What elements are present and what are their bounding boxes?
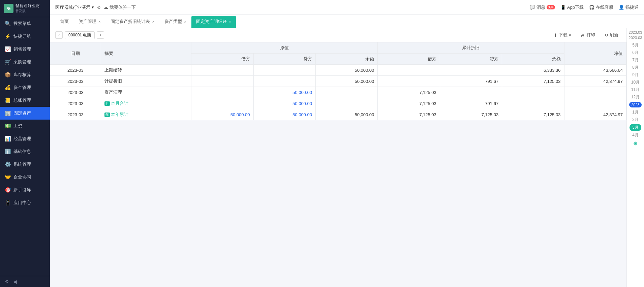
sidebar-item-fixed-assets[interactable]: 🏢 固定资产 [0,107,50,120]
enterprise-icon: 🤝 [5,174,11,180]
sidebar-logo: 畅 畅捷通好业财 普及版 [0,0,50,17]
logo-icon: 畅 [4,4,13,13]
row-orig-balance-0: 50,000.00 [315,65,377,76]
app-download-icon: 📱 [560,5,566,10]
timeline-month-6[interactable]: 6月 [632,49,639,56]
row-dep-balance-2 [502,87,564,98]
tab-asset-detail[interactable]: 固定资产明细账 × [191,16,236,28]
tab-asset-detail-close[interactable]: × [229,20,231,24]
timeline-year-2023[interactable]: 2023 [629,102,641,107]
tab-asset-type[interactable]: 资产类型 × [160,16,191,28]
row-desc-cell-1: 计提折旧 [101,76,191,87]
print-btn[interactable]: 🖨 打印 [578,31,598,39]
timeline-month-11[interactable]: 11月 [631,86,640,93]
sidebar-item-purchase[interactable]: 🛒 采购管理 [0,56,50,68]
row-orig-debit-3 [191,98,253,109]
row-net-value-2 [564,87,626,98]
tab-home[interactable]: 首页 [55,16,73,28]
next-asset-btn[interactable]: › [97,31,104,39]
sidebar-menu: 🔍 搜索菜单 ⚡ 快捷导航 📈 销售管理 🛒 采购管理 📦 库存核算 💰 资金管… [0,17,50,276]
toolbar-actions: ⬇ 下载 ▾ 🖨 打印 ↻ 刷新 [551,31,621,39]
topbar-settings-icon[interactable]: ⚙ [97,5,101,10]
user-icon: 👤 [619,5,624,10]
row-desc-cell-0: 上期结转 [101,65,191,76]
settings-icon[interactable]: ⚙ [5,279,9,284]
tab-asset-mgmt-close[interactable]: × [98,20,100,24]
month-total-icon: 月 [104,101,110,106]
sidebar-item-label-purchase: 采购管理 [13,59,31,65]
sidebar-item-operations[interactable]: 📊 经营管理 [0,132,50,145]
sidebar-item-ledger[interactable]: 📒 总账管理 [0,94,50,107]
finance-icon: 💰 [5,85,11,91]
online-service-icon: 🎧 [589,5,594,10]
timeline-month-5[interactable]: 5月 [632,42,639,49]
row-orig-balance-3 [315,98,377,109]
timeline-month-3-active[interactable]: 3月 [630,124,641,131]
experience-btn[interactable]: ☁ 我要体验一下 [104,4,136,10]
sidebar-item-basic-info[interactable]: ℹ️ 基础信息 [0,145,50,158]
sidebar-item-guide[interactable]: 🎯 新手引导 [0,184,50,196]
tab-depreciation-stat[interactable]: 固定资产折旧统计表 × [106,16,159,28]
sidebar-item-sales[interactable]: 📈 销售管理 [0,43,50,56]
sidebar-item-payroll[interactable]: 💵 工资 [0,120,50,132]
timeline-month-4[interactable]: 4月 [632,132,639,139]
company-selector[interactable]: 医疗器械行业演示 ▾ [55,4,94,10]
row-desc-cell-2: 资产清理 [101,87,191,98]
tab-asset-mgmt[interactable]: 资产管理 × [74,16,105,28]
sidebar-item-inventory[interactable]: 📦 库存核算 [0,68,50,81]
app-download-btn[interactable]: 📱 App下载 [560,4,584,10]
user-btn[interactable]: 👤 畅捷通 [619,4,639,10]
online-service-btn[interactable]: 🎧 在线客服 [589,4,613,10]
row-dep-balance-3 [502,98,564,109]
collapse-icon[interactable]: ◀ [13,279,17,284]
th-desc: 摘要 [101,42,191,65]
timeline-month-9[interactable]: 9月 [632,71,639,78]
tab-asset-type-close[interactable]: × [184,20,186,24]
timeline-month-1[interactable]: 1月 [632,109,639,116]
row-dep-balance-1: 7,125.03 [502,76,564,87]
timeline-month-12[interactable]: 12月 [631,94,640,101]
tab-depreciation-stat-label: 固定资产折旧统计表 [111,19,150,25]
tab-asset-mgmt-label: 资产管理 [79,19,96,25]
content-toolbar: ‹ 000001 电脑 › ⬇ 下载 ▾ 🖨 打印 ↻ [50,28,626,42]
row-desc-1: 计提折旧 [104,78,122,84]
row-desc-4: 本年累计 [111,112,128,117]
company-dropdown-icon[interactable]: ▾ [92,5,94,10]
refresh-btn[interactable]: ↻ 刷新 [602,31,621,39]
timeline-header-1: 2023.03 [629,30,642,35]
tab-asset-type-label: 资产类型 [164,19,182,25]
row-net-value-1: 42,874.97 [564,76,626,87]
table-row: 2023-03 资产清理 50,000.00 7,125.03 [50,87,626,98]
content-main: ‹ 000001 电脑 › ⬇ 下载 ▾ 🖨 打印 ↻ [50,28,626,287]
tab-depreciation-stat-close[interactable]: × [152,20,154,24]
row-date-3: 2023-03 [50,98,101,109]
sidebar-item-finance[interactable]: 💰 资金管理 [0,81,50,94]
timeline-month-10[interactable]: 10月 [631,79,640,86]
sidebar-item-label-inventory: 库存核算 [13,72,31,78]
sidebar-item-system[interactable]: ⚙️ 系统管理 [0,158,50,171]
logo-title: 畅捷通好业财 [16,3,40,9]
row-date-4: 2023-03 [50,109,101,120]
sidebar-item-quick-nav[interactable]: ⚡ 快捷导航 [0,30,50,43]
prev-asset-btn[interactable]: ‹ [55,31,63,39]
download-btn[interactable]: ⬇ 下载 ▾ [551,31,574,39]
sidebar-item-app-center[interactable]: 📱 应用中心 [0,196,50,209]
app-download-label: App下载 [567,4,584,10]
row-orig-balance-2 [315,87,377,98]
timeline-month-8[interactable]: 8月 [632,64,639,71]
message-btn[interactable]: 💬 消息 99+ [530,4,555,10]
sidebar-item-enterprise[interactable]: 🤝 企业协同 [0,171,50,184]
payroll-icon: 💵 [5,123,11,129]
timeline-month-2[interactable]: 2月 [632,116,639,123]
row-net-value-0: 43,666.64 [564,65,626,76]
refresh-label: 刷新 [610,32,618,38]
row-desc-3: 本月合计 [111,101,128,106]
th-orig-debit: 借方 [191,54,253,65]
timeline-scroll-down[interactable]: ⊕ [633,140,638,147]
timeline-month-7[interactable]: 7月 [632,57,639,64]
tabs-bar: 首页 资产管理 × 固定资产折旧统计表 × 资产类型 × 固定资产明细账 × [50,15,644,28]
th-accumulated-dep: 累计折旧 [378,42,564,54]
table-row: 2023-03 年本年累计 50,000.00 50,000.00 50,000… [50,109,626,120]
sidebar-item-search[interactable]: 🔍 搜索菜单 [0,17,50,30]
row-orig-debit-4: 50,000.00 [191,109,253,120]
